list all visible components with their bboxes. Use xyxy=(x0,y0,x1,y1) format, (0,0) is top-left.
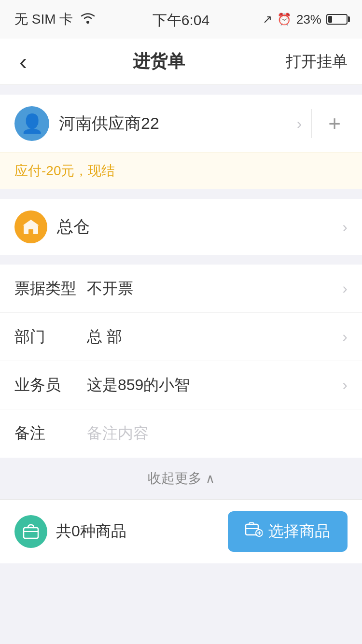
warehouse-name: 总仓 xyxy=(57,216,337,238)
alarm-icon: ⏰ xyxy=(277,13,292,26)
dept-row[interactable]: 部门 总 部 › xyxy=(0,313,362,361)
battery-pct: 23% xyxy=(296,12,321,27)
goods-info: 共0种商品 xyxy=(14,515,126,548)
status-right: ↗ ⏰ 23% xyxy=(263,12,348,27)
supplier-avatar: 👤 xyxy=(14,106,49,141)
back-button[interactable]: ‹ xyxy=(14,43,32,80)
vertical-divider xyxy=(311,109,312,138)
supplier-row[interactable]: 👤 河南供应商22 › + xyxy=(0,95,362,153)
salesman-row[interactable]: 业务员 这是859的小智 › xyxy=(0,361,362,409)
supplier-name: 河南供应商22 xyxy=(59,112,292,135)
collapse-icon: ∧ xyxy=(206,471,215,486)
page-title: 进货单 xyxy=(133,50,185,73)
form-card: 票据类型 不开票 › 部门 总 部 › 业务员 这是859的小智 › 备注 备注… xyxy=(0,265,362,458)
remark-label: 备注 xyxy=(14,423,82,444)
svg-rect-3 xyxy=(28,229,33,234)
status-bar: 无 SIM 卡 下午6:04 ↗ ⏰ 23% xyxy=(0,0,362,39)
svg-marker-2 xyxy=(23,220,39,225)
dept-label: 部门 xyxy=(14,326,82,348)
battery-icon xyxy=(326,14,348,25)
location-icon: ↗ xyxy=(263,13,272,26)
section-gap-3 xyxy=(0,255,362,265)
warehouse-chevron-icon: › xyxy=(342,218,348,236)
svg-rect-4 xyxy=(24,528,38,538)
invoice-value: 不开票 xyxy=(82,278,337,299)
carrier-text: 无 SIM 卡 xyxy=(14,10,73,28)
dept-value: 总 部 xyxy=(82,326,337,348)
nav-bar: ‹ 进货单 打开挂单 xyxy=(0,39,362,85)
add-supplier-button[interactable]: + xyxy=(321,107,348,140)
open-pending-button[interactable]: 打开挂单 xyxy=(286,51,348,72)
salesman-chevron-icon: › xyxy=(342,376,348,394)
wifi-icon xyxy=(80,12,96,28)
goods-count-text: 共0种商品 xyxy=(56,521,126,542)
remark-input[interactable]: 备注内容 xyxy=(82,423,348,444)
dept-chevron-icon: › xyxy=(342,328,348,346)
warehouse-row[interactable]: 总仓 › xyxy=(0,199,362,255)
page-rest xyxy=(0,563,362,644)
goods-icon xyxy=(14,515,47,548)
section-gap-2 xyxy=(0,189,362,199)
supplier-chevron-icon: › xyxy=(297,115,302,133)
salesman-label: 业务员 xyxy=(14,375,82,396)
collapse-button[interactable]: 收起更多 ∧ xyxy=(0,458,362,499)
supplier-card: 👤 河南供应商22 › + 应付-20元，现结 xyxy=(0,95,362,189)
section-gap-1 xyxy=(0,85,362,95)
status-left: 无 SIM 卡 xyxy=(14,10,96,28)
status-time: 下午6:04 xyxy=(153,11,209,30)
invoice-row[interactable]: 票据类型 不开票 › xyxy=(0,265,362,313)
invoice-label: 票据类型 xyxy=(14,278,82,299)
select-goods-icon xyxy=(245,522,263,541)
collapse-label: 收起更多 xyxy=(148,469,202,488)
select-goods-button[interactable]: 选择商品 xyxy=(228,511,348,552)
notice-text: 应付-20元，现结 xyxy=(14,163,115,178)
bottom-bar: 共0种商品 选择商品 xyxy=(0,499,362,563)
select-goods-label: 选择商品 xyxy=(268,521,330,542)
notice-banner: 应付-20元，现结 xyxy=(0,153,362,189)
warehouse-card[interactable]: 总仓 › xyxy=(0,199,362,255)
salesman-value: 这是859的小智 xyxy=(82,375,337,396)
remark-row[interactable]: 备注 备注内容 xyxy=(0,409,362,458)
warehouse-icon xyxy=(14,210,47,243)
invoice-chevron-icon: › xyxy=(342,280,348,297)
avatar-person-icon: 👤 xyxy=(21,113,43,134)
svg-point-0 xyxy=(86,21,89,24)
